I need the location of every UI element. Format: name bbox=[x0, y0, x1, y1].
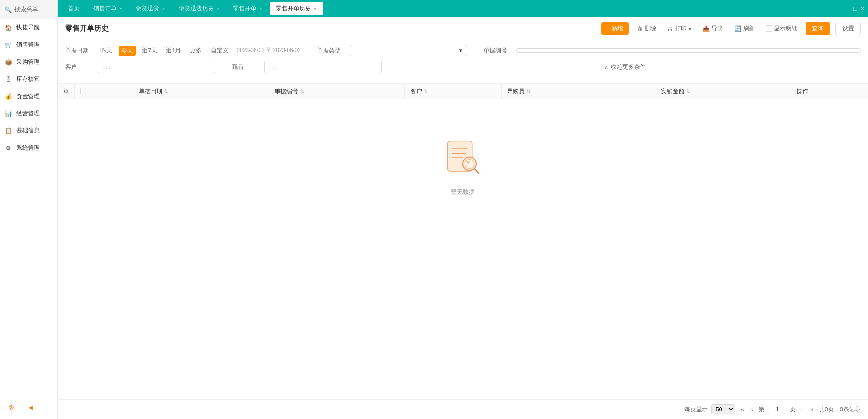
table-header-row: ⚙ 单据日期 ⇅ 单据编号 bbox=[58, 84, 868, 99]
sidebar-item-system[interactable]: ⚙ 系统管理 bbox=[0, 139, 57, 156]
tab-retail-open-history-close[interactable]: × bbox=[314, 6, 317, 11]
delete-button[interactable]: 🗑 删除 bbox=[634, 23, 659, 34]
page-input[interactable] bbox=[768, 405, 786, 414]
col-amount-sort-icon: ⇅ bbox=[686, 89, 690, 94]
filter-row-2: 客户 ... 商品 ... ∧ 收起更多条件 bbox=[65, 61, 861, 73]
sidebar-item-label: 快捷导航 bbox=[16, 24, 40, 32]
tab-home[interactable]: 首页 bbox=[62, 2, 86, 15]
customer-label: 客户 bbox=[65, 63, 90, 71]
tab-sales-order[interactable]: 销售订单 × bbox=[87, 2, 128, 15]
last-page-button[interactable]: » bbox=[808, 405, 815, 414]
col-checkbox[interactable] bbox=[75, 84, 133, 99]
tab-retail-open-history[interactable]: 零售开单历史 × bbox=[270, 2, 323, 15]
tab-sales-return-close[interactable]: × bbox=[162, 6, 165, 11]
inventory-icon: 🗄 bbox=[5, 75, 13, 83]
prev-page-button[interactable]: ‹ bbox=[749, 405, 755, 414]
refresh-icon: 🔄 bbox=[734, 25, 741, 32]
date-btn-today[interactable]: 今天 bbox=[119, 46, 136, 56]
tab-sales-order-label: 销售订单 bbox=[93, 5, 117, 13]
page-suffix: 页 bbox=[790, 405, 796, 414]
export-button[interactable]: 📤 导出 bbox=[700, 23, 726, 34]
table-head: ⚙ 单据日期 ⇅ 单据编号 bbox=[58, 84, 868, 99]
col-guide[interactable]: 导购员 ⇅ bbox=[501, 84, 617, 99]
col-doc-date-label: 单据日期 bbox=[139, 87, 162, 95]
tab-sales-order-close[interactable]: × bbox=[119, 6, 122, 11]
sidebar-item-quick-nav[interactable]: 🏠 快捷导航 bbox=[0, 19, 57, 36]
empty-row: 暂无数据 bbox=[58, 99, 868, 233]
query-button[interactable]: 查询 bbox=[806, 22, 830, 35]
settings-bottom-button[interactable]: ⚙ bbox=[5, 400, 19, 414]
collapse-label: 收起更多条件 bbox=[611, 63, 646, 71]
content-area: 零售开单历史 + 新增 🗑 删除 🖨 打印 ▾ 📤 导出 🔄 bbox=[58, 17, 868, 419]
tab-retail-open[interactable]: 零售开单 × bbox=[227, 2, 268, 15]
sidebar-item-business[interactable]: 📊 经营管理 bbox=[0, 105, 57, 122]
first-page-button[interactable]: « bbox=[739, 405, 745, 414]
settings-button[interactable]: 设置 bbox=[835, 22, 861, 35]
tab-sales-return[interactable]: 销货退货 × bbox=[129, 2, 171, 15]
print-button[interactable]: 🖨 打印 ▾ bbox=[664, 23, 694, 34]
sidebar-item-label: 库存核算 bbox=[16, 75, 40, 83]
filter-area: 单据日期 昨天 今天 近7天 近1月 更多 自定义 2023-06-02 至 2… bbox=[58, 39, 868, 84]
col-spacer bbox=[617, 84, 655, 99]
window-min-button[interactable]: — bbox=[843, 5, 849, 12]
col-action: 操作 bbox=[791, 84, 868, 99]
col-doc-date[interactable]: 单据日期 ⇅ bbox=[133, 84, 269, 99]
tabs-bar: 首页 销售订单 × 销货退货 × 销货退货历史 × 零售开单 × 零售开单历史 … bbox=[58, 0, 868, 17]
doc-no-input[interactable] bbox=[516, 48, 861, 53]
display-detail-button[interactable]: 显示明细 bbox=[763, 23, 800, 34]
collapse-sidebar-button[interactable]: ◄ bbox=[24, 400, 38, 414]
page-title: 零售开单历史 bbox=[65, 24, 109, 33]
next-page-button[interactable]: › bbox=[799, 405, 805, 414]
tab-sales-return-history[interactable]: 销货退货历史 × bbox=[172, 2, 226, 15]
sidebar-item-purchase-mgmt[interactable]: 📦 采购管理 bbox=[0, 53, 57, 71]
date-btn-custom[interactable]: 自定义 bbox=[208, 46, 231, 56]
date-btn-7days[interactable]: 近7天 bbox=[139, 46, 160, 56]
per-page-select[interactable]: 50 10 20 100 bbox=[711, 404, 735, 414]
home-icon: 🏠 bbox=[5, 24, 13, 32]
col-doc-no-sort-icon: ⇅ bbox=[300, 89, 304, 94]
date-btn-yesterday[interactable]: 昨天 bbox=[98, 46, 115, 56]
sidebar-item-label: 经营管理 bbox=[16, 109, 40, 118]
refresh-button[interactable]: 🔄 刷新 bbox=[731, 23, 758, 34]
goods-input[interactable]: ... bbox=[264, 61, 382, 73]
goods-dots: ... bbox=[269, 63, 278, 71]
sidebar-item-sales-mgmt[interactable]: 🛒 销售管理 bbox=[0, 36, 57, 53]
toolbar: + 新增 🗑 删除 🖨 打印 ▾ 📤 导出 🔄 刷新 bbox=[601, 22, 861, 35]
col-action-label: 操作 bbox=[797, 88, 808, 94]
col-amount[interactable]: 实销金额 ⇅ bbox=[655, 84, 791, 99]
col-doc-date-sort-icon: ⇅ bbox=[164, 89, 168, 94]
col-settings[interactable]: ⚙ bbox=[58, 84, 75, 99]
date-btn-more[interactable]: 更多 bbox=[187, 46, 204, 56]
tab-retail-open-history-label: 零售开单历史 bbox=[276, 5, 311, 13]
export-label: 导出 bbox=[711, 24, 723, 33]
col-doc-no[interactable]: 单据编号 ⇅ bbox=[269, 84, 405, 99]
tab-retail-open-close[interactable]: × bbox=[259, 6, 262, 11]
collapse-button[interactable]: ∧ 收起更多条件 bbox=[602, 61, 648, 73]
sidebar-item-inventory[interactable]: 🗄 库存核算 bbox=[0, 71, 57, 88]
sidebar-item-finance[interactable]: 💰 资金管理 bbox=[0, 88, 57, 105]
delete-icon: 🗑 bbox=[637, 25, 643, 32]
sidebar-item-label: 采购管理 bbox=[16, 58, 40, 66]
data-table: ⚙ 单据日期 ⇅ 单据编号 bbox=[58, 84, 868, 232]
add-button[interactable]: + 新增 bbox=[601, 22, 629, 35]
customer-dots: ... bbox=[103, 63, 111, 71]
window-max-button[interactable]: □ bbox=[853, 5, 857, 12]
main: 首页 销售订单 × 销货退货 × 销货退货历史 × 零售开单 × 零售开单历史 … bbox=[58, 0, 868, 419]
tab-sales-return-history-close[interactable]: × bbox=[217, 6, 219, 11]
sidebar-bottom: ⚙ ◄ bbox=[0, 395, 57, 419]
info-icon: 📋 bbox=[5, 127, 13, 135]
print-icon: 🖨 bbox=[667, 25, 673, 32]
per-page-label: 每页显示 bbox=[684, 405, 708, 414]
system-icon: ⚙ bbox=[5, 144, 13, 152]
sidebar-item-label: 系统管理 bbox=[16, 144, 40, 152]
select-all-checkbox[interactable] bbox=[80, 88, 86, 94]
sidebar-search[interactable]: 🔍 搜索采单 bbox=[0, 0, 57, 19]
display-detail-label: 显示明细 bbox=[774, 24, 797, 33]
doc-type-select[interactable]: ▾ bbox=[350, 45, 467, 56]
customer-input[interactable]: ... bbox=[98, 61, 215, 73]
sidebar-item-basic-info[interactable]: 📋 基础信息 bbox=[0, 122, 57, 139]
window-close-button[interactable]: × bbox=[861, 5, 864, 12]
col-customer[interactable]: 客户 ⇅ bbox=[405, 84, 501, 99]
total-text: 共0页，0条记录 bbox=[819, 405, 861, 414]
date-btn-1month[interactable]: 近1月 bbox=[163, 46, 184, 56]
